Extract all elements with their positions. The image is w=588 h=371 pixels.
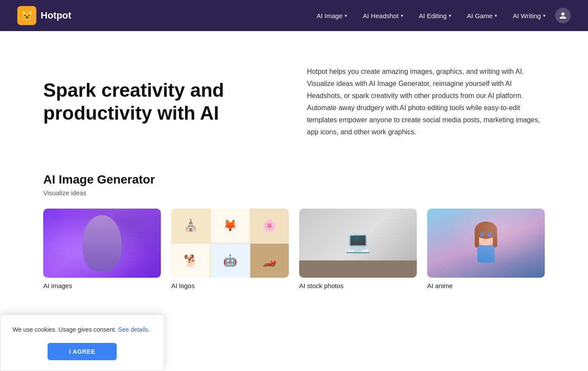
nav-item-ai-editing[interactable]: AI Editing ▾ bbox=[413, 9, 457, 23]
card-ai-images[interactable]: AI images bbox=[43, 209, 161, 290]
logo-cell-1: ⛪ bbox=[171, 209, 210, 243]
logo-cell-5: 🤖 bbox=[211, 244, 249, 278]
svg-rect-2 bbox=[475, 230, 479, 247]
anime-character bbox=[469, 219, 503, 267]
chevron-down-icon: ▾ bbox=[543, 13, 546, 19]
svg-point-1 bbox=[475, 222, 497, 239]
nav-label-ai-editing: AI Editing bbox=[419, 12, 447, 19]
card-ai-stock[interactable]: AI stock photos bbox=[299, 209, 417, 290]
image-generator-section: AI Image Generator Visualize ideas AI im… bbox=[17, 164, 571, 316]
hero-title: Spark creativity and productivity with A… bbox=[43, 79, 281, 125]
desk-surface bbox=[299, 260, 417, 278]
chevron-down-icon: ▾ bbox=[449, 13, 451, 19]
nav-item-ai-headshot[interactable]: AI Headshot ▾ bbox=[357, 9, 409, 23]
card-label-ai-images: AI images bbox=[43, 282, 72, 289]
brand-name: Hotpot bbox=[41, 10, 71, 21]
nav-item-ai-writing[interactable]: AI Writing ▾ bbox=[507, 9, 552, 23]
svg-point-0 bbox=[476, 223, 495, 246]
card-label-ai-stock: AI stock photos bbox=[299, 282, 344, 289]
fantasy-face bbox=[83, 215, 121, 271]
logo-cell-2: 🦊 bbox=[211, 209, 249, 243]
svg-rect-6 bbox=[477, 245, 495, 263]
hero-left: Spark creativity and productivity with A… bbox=[43, 79, 281, 125]
cookie-banner: We use cookies. Usage gives consent. See… bbox=[0, 314, 164, 316]
section-title: AI Image Generator bbox=[43, 173, 545, 187]
nav-links: AI Image ▾ AI Headshot ▾ AI Editing ▾ AI… bbox=[310, 8, 571, 23]
logo-cell-4: 🐕 bbox=[171, 244, 210, 278]
nav-item-ai-image[interactable]: AI Image ▾ bbox=[310, 9, 353, 23]
logo[interactable]: 😺 Hotpot bbox=[17, 6, 71, 25]
svg-point-5 bbox=[488, 232, 492, 237]
hero-description: Hotpot helps you create amazing images, … bbox=[307, 66, 545, 138]
card-ai-anime[interactable]: AI anime bbox=[427, 209, 545, 290]
card-label-ai-logos: AI logos bbox=[171, 282, 195, 289]
card-ai-logos[interactable]: ⛪ 🦊 🌸 🐕 🤖 🏎️ AI logos bbox=[171, 209, 289, 290]
card-label-ai-anime: AI anime bbox=[427, 282, 453, 289]
card-image-logos: ⛪ 🦊 🌸 🐕 🤖 🏎️ bbox=[171, 209, 289, 278]
nav-label-ai-image: AI Image bbox=[316, 12, 342, 19]
chevron-down-icon: ▾ bbox=[495, 13, 497, 19]
card-image-fantasy bbox=[43, 209, 161, 278]
svg-point-4 bbox=[480, 232, 484, 237]
nav-label-ai-game: AI Game bbox=[467, 12, 492, 19]
chevron-down-icon: ▾ bbox=[345, 13, 347, 19]
card-image-stock bbox=[299, 209, 417, 278]
navigation: 😺 Hotpot AI Image ▾ AI Headshot ▾ AI Edi… bbox=[0, 0, 588, 31]
nav-label-ai-headshot: AI Headshot bbox=[363, 12, 399, 19]
logo-cell-6: 🏎️ bbox=[250, 244, 289, 278]
hero-right: Hotpot helps you create amazing images, … bbox=[307, 66, 545, 138]
user-icon bbox=[559, 12, 567, 19]
chevron-down-icon: ▾ bbox=[401, 13, 403, 19]
card-image-anime bbox=[427, 209, 545, 278]
hero-section: Spark creativity and productivity with A… bbox=[17, 31, 571, 164]
logo-icon: 😺 bbox=[17, 6, 36, 25]
user-profile-button[interactable] bbox=[555, 8, 571, 23]
cards-grid: AI images ⛪ 🦊 🌸 🐕 🤖 🏎️ AI logos bbox=[43, 209, 545, 290]
logo-cell-3: 🌸 bbox=[250, 209, 289, 243]
svg-rect-3 bbox=[493, 230, 497, 247]
section-subtitle: Visualize ideas bbox=[43, 189, 545, 197]
nav-label-ai-writing: AI Writing bbox=[513, 12, 541, 19]
nav-item-ai-game[interactable]: AI Game ▾ bbox=[461, 9, 503, 23]
